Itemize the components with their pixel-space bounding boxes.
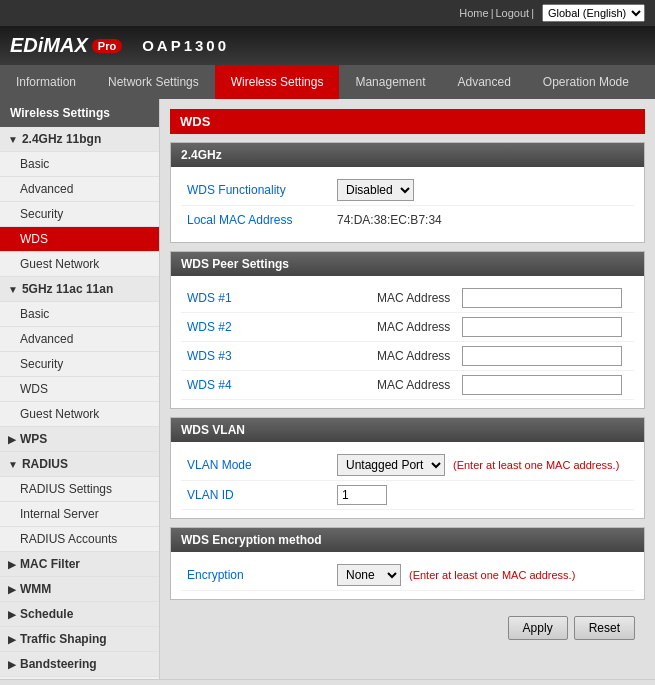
arrow-icon-radius: ▼ (8, 459, 18, 470)
apply-button[interactable]: Apply (508, 616, 568, 640)
sidebar-item-advanced-5g[interactable]: Advanced (0, 327, 159, 352)
wds3-mac-label: MAC Address (377, 349, 457, 363)
arrow-icon-wmm: ▶ (8, 584, 16, 595)
sidebar-item-schedule[interactable]: ▶ Schedule (0, 602, 159, 627)
section-peer-body: WDS #1 MAC Address WDS #2 MAC Address WD… (171, 276, 644, 408)
arrow-icon-wps: ▶ (8, 434, 16, 445)
vlan-mode-label: VLAN Mode (187, 458, 327, 472)
nav-information[interactable]: Information (0, 65, 92, 99)
main-content: WDS 2.4GHz WDS Functionality Disabled En… (160, 99, 655, 679)
section-vlan-header: WDS VLAN (171, 418, 644, 442)
wds4-mac-label: MAC Address (377, 378, 457, 392)
sidebar: Wireless Settings ▼ 2.4GHz 11bgn Basic A… (0, 99, 160, 679)
device-name: OAP1300 (142, 37, 229, 54)
local-mac-label: Local MAC Address (187, 213, 327, 227)
nav-bar: Information Network Settings Wireless Se… (0, 65, 655, 99)
logout-link[interactable]: Logout (495, 7, 529, 19)
nav-advanced[interactable]: Advanced (441, 65, 526, 99)
vlan-id-label: VLAN ID (187, 488, 327, 502)
vlan-mode-row: VLAN Mode Untagged Port Tagged Port (Ent… (181, 450, 634, 481)
section-2ghz-header: 2.4GHz (171, 143, 644, 167)
sidebar-item-security-5g[interactable]: Security (0, 352, 159, 377)
sidebar-item-radius[interactable]: ▼ RADIUS (0, 452, 159, 477)
wds1-mac-input[interactable] (462, 288, 622, 308)
wds1-label: WDS #1 (187, 291, 327, 305)
sidebar-item-basic-2g[interactable]: Basic (0, 152, 159, 177)
footer: Copyright 2017 © EDIMAX Technology Co., … (0, 679, 655, 685)
sidebar-item-mac-filter[interactable]: ▶ MAC Filter (0, 552, 159, 577)
wds1-row: WDS #1 MAC Address (181, 284, 634, 313)
section-2ghz-body: WDS Functionality Disabled Enabled Local… (171, 167, 644, 242)
home-link[interactable]: Home (459, 7, 488, 19)
section-peer-header: WDS Peer Settings (171, 252, 644, 276)
section-vlan-body: VLAN Mode Untagged Port Tagged Port (Ent… (171, 442, 644, 518)
sidebar-item-basic-5g[interactable]: Basic (0, 302, 159, 327)
sidebar-item-5ghz[interactable]: ▼ 5GHz 11ac 11an (0, 277, 159, 302)
wds4-mac-input[interactable] (462, 375, 622, 395)
sidebar-item-wmm[interactable]: ▶ WMM (0, 577, 159, 602)
wds2-label: WDS #2 (187, 320, 327, 334)
section-peer: WDS Peer Settings WDS #1 MAC Address WDS… (170, 251, 645, 409)
vlan-id-input[interactable] (337, 485, 387, 505)
sidebar-item-guest-5g[interactable]: Guest Network (0, 402, 159, 427)
arrow-icon-5g: ▼ (8, 284, 18, 295)
nav-network-settings[interactable]: Network Settings (92, 65, 215, 99)
encryption-select[interactable]: None WEP WPA2 (337, 564, 401, 586)
section-encryption: WDS Encryption method Encryption None WE… (170, 527, 645, 600)
main-layout: Wireless Settings ▼ 2.4GHz 11bgn Basic A… (0, 99, 655, 679)
wds4-label: WDS #4 (187, 378, 327, 392)
nav-wireless-settings[interactable]: Wireless Settings (215, 65, 340, 99)
header: EDiMAX Pro OAP1300 (0, 26, 655, 65)
arrow-icon: ▼ (8, 134, 18, 145)
functionality-input: Disabled Enabled (337, 179, 414, 201)
wds3-label: WDS #3 (187, 349, 327, 363)
sidebar-item-2ghz[interactable]: ▼ 2.4GHz 11bgn (0, 127, 159, 152)
wds3-mac-input[interactable] (462, 346, 622, 366)
reset-button[interactable]: Reset (574, 616, 635, 640)
pro-badge: Pro (92, 39, 122, 53)
wds1-mac-label: MAC Address (377, 291, 457, 305)
wds2-mac-label: MAC Address (377, 320, 457, 334)
sidebar-item-radius-accounts[interactable]: RADIUS Accounts (0, 527, 159, 552)
wds3-row: WDS #3 MAC Address (181, 342, 634, 371)
logo: EDiMAX Pro (10, 34, 122, 57)
nav-management[interactable]: Management (339, 65, 441, 99)
sidebar-item-security-2g[interactable]: Security (0, 202, 159, 227)
sidebar-item-wps[interactable]: ▶ WPS (0, 427, 159, 452)
functionality-row: WDS Functionality Disabled Enabled (181, 175, 634, 206)
section-2ghz: 2.4GHz WDS Functionality Disabled Enable… (170, 142, 645, 243)
sidebar-item-internal-server[interactable]: Internal Server (0, 502, 159, 527)
sidebar-item-radius-settings[interactable]: RADIUS Settings (0, 477, 159, 502)
sidebar-item-wds-2g[interactable]: WDS (0, 227, 159, 252)
local-mac-row: Local MAC Address 74:DA:38:EC:B7:34 (181, 206, 634, 234)
section-encryption-body: Encryption None WEP WPA2 (Enter at least… (171, 552, 644, 599)
sidebar-item-traffic-shaping[interactable]: ▶ Traffic Shaping (0, 627, 159, 652)
functionality-label: WDS Functionality (187, 183, 327, 197)
sidebar-item-guest-2g[interactable]: Guest Network (0, 252, 159, 277)
arrow-icon-mac: ▶ (8, 559, 16, 570)
encryption-row: Encryption None WEP WPA2 (Enter at least… (181, 560, 634, 591)
section-vlan: WDS VLAN VLAN Mode Untagged Port Tagged … (170, 417, 645, 519)
arrow-icon-schedule: ▶ (8, 609, 16, 620)
functionality-select[interactable]: Disabled Enabled (337, 179, 414, 201)
language-select[interactable]: Global (English) (542, 4, 645, 22)
sidebar-item-wds-5g[interactable]: WDS (0, 377, 159, 402)
button-row: Apply Reset (170, 608, 645, 648)
encryption-label: Encryption (187, 568, 327, 582)
page-title: WDS (170, 109, 645, 134)
sidebar-item-bandsteering[interactable]: ▶ Bandsteering (0, 652, 159, 677)
vlan-mode-select[interactable]: Untagged Port Tagged Port (337, 454, 445, 476)
wds2-mac-input[interactable] (462, 317, 622, 337)
local-mac-value: 74:DA:38:EC:B7:34 (337, 213, 442, 227)
sidebar-header: Wireless Settings (0, 99, 159, 127)
arrow-icon-traffic: ▶ (8, 634, 16, 645)
vlan-id-row: VLAN ID (181, 481, 634, 510)
arrow-icon-band: ▶ (8, 659, 16, 670)
brand-name: EDiMAX (10, 34, 88, 57)
encryption-note: (Enter at least one MAC address.) (409, 569, 575, 581)
wds2-row: WDS #2 MAC Address (181, 313, 634, 342)
sidebar-item-advanced-2g[interactable]: Advanced (0, 177, 159, 202)
top-bar: Home | Logout | Global (English) (0, 0, 655, 26)
vlan-mode-note: (Enter at least one MAC address.) (453, 459, 619, 471)
nav-operation-mode[interactable]: Operation Mode (527, 65, 645, 99)
